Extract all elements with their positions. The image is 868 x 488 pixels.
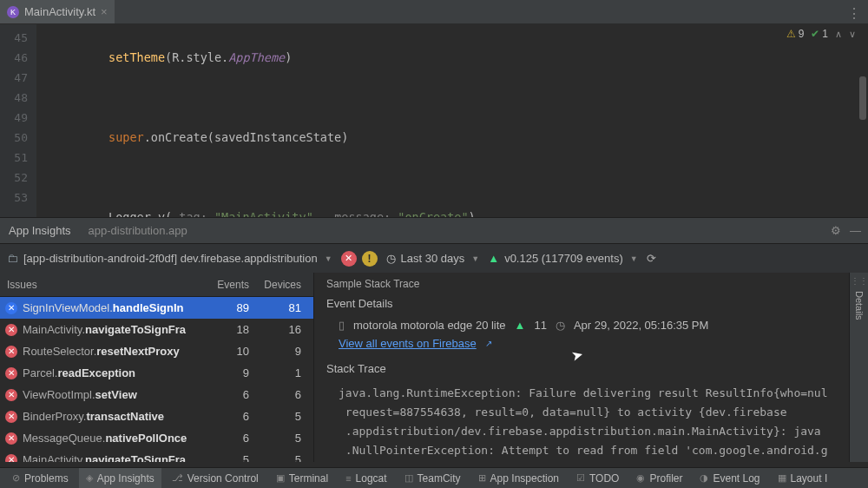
issue-devices: 1 (256, 366, 313, 379)
logcat-icon: ≡ (345, 473, 351, 484)
insights-icon: ◈ (86, 472, 93, 484)
detail-panel: Sample Stack Trace Event Details ▯ motor… (314, 273, 868, 462)
nonfatal-filter-icon[interactable]: ! (362, 251, 378, 267)
inspection-icon: ⊞ (478, 472, 486, 484)
issue-row[interactable]: ✕BinderProxy.transactNative65 (0, 406, 313, 427)
profiler-icon: ◉ (636, 472, 645, 484)
issue-name: BinderProxy.transactNative (23, 410, 206, 423)
issue-devices: 5 (256, 410, 313, 423)
side-tab-bar: ⋮⋮ Details (849, 273, 868, 462)
insights-body: Issues Events Devices ✕SignInViewModel.h… (0, 273, 868, 462)
issue-row[interactable]: ✕Parcel.readException91 (0, 362, 313, 384)
stack-trace[interactable]: java.lang.RuntimeException: Failure deli… (339, 384, 868, 460)
android-icon: ▲ (488, 252, 499, 265)
version-control-tab[interactable]: ⎇Version Control (165, 468, 266, 488)
issue-name: SignInViewModel.handleSignIn (23, 301, 206, 314)
logcat-tab[interactable]: ≡Logcat (339, 468, 393, 488)
fatal-icon: ✕ (5, 346, 17, 358)
issue-events: 18 (206, 323, 256, 336)
chevron-down-icon: ▼ (630, 254, 638, 263)
version-selector[interactable]: ▲ v0.125 (117709 events) ▼ (488, 252, 637, 265)
issue-row[interactable]: ✕MessageQueue.nativePollOnce65 (0, 427, 313, 449)
panel-subtitle: app-distribution.app (89, 224, 187, 237)
gear-icon[interactable]: ⚙ (831, 224, 841, 237)
issue-events: 9 (206, 366, 256, 379)
period-selector[interactable]: ◷ Last 30 days ▼ (386, 252, 480, 265)
issue-devices: 6 (256, 388, 313, 401)
app-inspection-tab[interactable]: ⊞App Inspection (471, 468, 566, 488)
issue-devices: 16 (256, 323, 313, 336)
project-selector[interactable]: 🗀 [app-distribution-android-2f0df] dev.f… (7, 252, 332, 265)
vertical-scrollbar[interactable] (859, 76, 866, 120)
line-gutter: 454647484950515253 (0, 24, 36, 217)
issue-events: 6 (206, 388, 256, 401)
check-icon: ✔ (811, 28, 819, 40)
issues-list: Issues Events Devices ✕SignInViewModel.h… (0, 273, 314, 462)
grip-icon[interactable]: ⋮⋮ (851, 276, 868, 286)
code-editor[interactable]: 454647484950515253 setTheme(R.style.AppT… (0, 24, 868, 217)
problems-tab[interactable]: ⊘Problems (5, 468, 76, 488)
close-icon[interactable]: × (101, 5, 108, 18)
android-icon: ▲ (515, 319, 526, 332)
issue-devices: 9 (256, 345, 313, 358)
warning-icon: ⚠ (786, 28, 796, 40)
issue-devices: 81 (256, 301, 313, 314)
kebab-menu-icon[interactable]: ⋮ (847, 5, 861, 22)
api-level: 11 (534, 319, 546, 332)
issue-name: RouteSelector.resetNextProxy (23, 345, 206, 358)
fatal-icon: ✕ (5, 389, 17, 401)
issue-row[interactable]: ✕MainActivity.navigateToSignFra1816 (0, 319, 313, 340)
layout-tab[interactable]: ▦Layout I (771, 468, 835, 488)
event-log-tab[interactable]: ◑Event Log (693, 468, 766, 488)
issue-row[interactable]: ✕RouteSelector.resetNextProxy109 (0, 340, 313, 362)
issue-name: Parcel.readException (23, 366, 206, 379)
fatal-icon: ✕ (5, 367, 17, 379)
firebase-link[interactable]: View all events on Firebase (339, 337, 477, 350)
inspection-widget[interactable]: ⚠9 ✔1 ∧ ∨ (786, 28, 856, 40)
teamcity-icon: ◫ (404, 472, 413, 484)
issue-events: 89 (206, 301, 256, 314)
issue-devices: 5 (256, 432, 313, 445)
issue-row[interactable]: ✕ViewRootImpl.setView66 (0, 384, 313, 406)
file-tab[interactable]: K MainActivity.kt × (0, 0, 115, 23)
event-log-icon: ◑ (700, 472, 708, 484)
chevron-down-icon[interactable]: ∨ (849, 29, 856, 40)
bottom-tool-bar: ⊘Problems ◈App Insights ⎇Version Control… (0, 467, 868, 488)
event-details-header: Event Details (326, 297, 868, 310)
event-detail-row: ▯ motorola motorola edge 20 lite ▲ 11 ◷ … (339, 319, 868, 332)
terminal-tab[interactable]: ▣Terminal (269, 468, 335, 488)
issues-header: Issues Events Devices (0, 273, 313, 297)
tab-filename: MainActivity.kt (24, 5, 95, 18)
chevron-up-icon[interactable]: ∧ (835, 29, 842, 40)
issue-row[interactable]: ✕SignInViewModel.handleSignIn8981 (0, 297, 313, 319)
fatal-icon: ✕ (5, 432, 17, 445)
kotlin-file-icon: K (7, 6, 19, 18)
fatal-icon: ✕ (5, 454, 17, 463)
fatal-icon: ✕ (5, 411, 17, 423)
chevron-down-icon: ▼ (471, 254, 479, 263)
details-tab[interactable]: Details (854, 291, 865, 320)
code-area[interactable]: setTheme(R.style.AppTheme) super.onCreat… (36, 24, 868, 217)
issue-name: MainActivity.navigateToSignFra (23, 453, 206, 462)
external-link-icon: ↗ (485, 339, 492, 348)
app-insights-tab[interactable]: ◈App Insights (79, 468, 161, 488)
teamcity-tab[interactable]: ◫TeamCity (398, 468, 468, 488)
vcs-icon: ⎇ (172, 472, 183, 484)
sample-stack-header: Sample Stack Trace (326, 278, 868, 290)
issue-row[interactable]: ✕MainActivity.navigateToSignFra55 (0, 449, 313, 462)
profiler-tab[interactable]: ◉Profiler (629, 468, 689, 488)
terminal-icon: ▣ (276, 472, 285, 484)
refresh-icon[interactable]: ⟳ (647, 252, 656, 265)
issue-events: 10 (206, 345, 256, 358)
issue-events: 5 (206, 453, 256, 462)
todo-icon: ☑ (576, 472, 585, 484)
fatal-filter-icon[interactable]: ✕ (341, 251, 357, 267)
device-icon: ▯ (339, 319, 345, 332)
nonfatal-icon: ✕ (5, 302, 17, 314)
event-timestamp: Apr 29, 2022, 05:16:35 PM (574, 319, 708, 332)
editor-tab-bar: K MainActivity.kt × ⋮ (0, 0, 868, 24)
stack-trace-header: Stack Trace (326, 362, 868, 375)
minimize-icon[interactable]: — (850, 224, 861, 237)
issue-events: 6 (206, 410, 256, 423)
todo-tab[interactable]: ☑TODO (569, 468, 626, 488)
